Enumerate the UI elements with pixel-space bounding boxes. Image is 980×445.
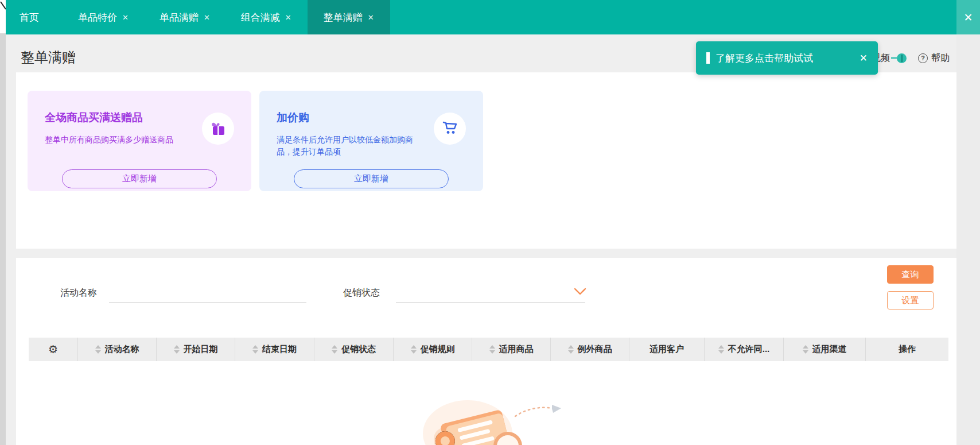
column-actions: 操作 [866,338,948,361]
gear-icon[interactable]: ⚙ [48,344,58,355]
tab-close-icon[interactable]: ✕ [122,14,129,21]
add-now-button[interactable]: 立即新增 [62,169,217,188]
sort-icon[interactable] [489,345,495,354]
window-edge [0,0,6,445]
settings-button[interactable]: 设置 [887,291,934,309]
column-activity-name[interactable]: 活动名称 [78,338,157,361]
banner-accent-bar [706,52,710,64]
gift-icon [202,113,234,145]
promo-panel: 全场商品买满送赠品 整单中所有商品购买满多少赠送商品 立即新增 加价购 满足条件… [16,72,956,249]
topbar-right-rail: ✕ [956,0,980,34]
tab-label: 单品特价 [78,11,117,24]
empty-state-illustration [402,393,574,445]
sort-icon[interactable] [568,345,574,354]
right-scroll-rail[interactable] [956,34,980,445]
column-not-allowed-with[interactable]: 不允许同... [705,338,784,361]
banner-text: 了解更多点击帮助试试 [715,52,813,65]
promo-card-full-order-gift: 全场商品买满送赠品 整单中所有商品购买满多少赠送商品 立即新增 [28,91,251,191]
tab-label: 单品满赠 [160,11,199,24]
column-excluded-products[interactable]: 例外商品 [551,338,629,361]
sort-icon[interactable] [332,345,337,354]
promo-card-add-on-purchase: 加价购 满足条件后允许用户以较低金额加购商品，提升订单品项 立即新增 [259,91,483,191]
column-promo-rule[interactable]: 促销规则 [394,338,472,361]
promo-status-select[interactable] [396,285,585,303]
sort-icon[interactable] [252,345,258,354]
cart-icon [434,113,466,145]
help-label: 帮助 [931,52,950,64]
activity-name-input[interactable] [109,285,306,303]
sort-icon[interactable] [174,345,180,354]
column-applicable-channels[interactable]: 适用渠道 [784,338,866,361]
add-now-button[interactable]: 立即新增 [294,169,449,188]
help-banner: 了解更多点击帮助试试 ✕ [696,41,878,75]
column-applicable-customers[interactable]: 适用客户 [629,338,705,361]
question-icon: ? [918,53,928,63]
page-title: 整单满赠 [21,48,76,67]
search-button[interactable]: 查询 [887,265,934,284]
banner-close-icon[interactable]: ✕ [860,53,868,63]
table-header: ⚙ 活动名称 开始日期 结束日期 促销状态 促销规则 [29,338,948,361]
tab-combo-discount[interactable]: 组合满减 ✕ [230,0,303,34]
activity-list-panel: 活动名称 促销状态 查询 设置 ⚙ 活动名称 开始日期 结束日期 [16,258,956,445]
sort-icon[interactable] [803,345,808,354]
cursor-artifact-icon [0,0,6,33]
tab-close-icon[interactable]: ✕ [204,14,210,21]
close-icon[interactable]: ✕ [964,12,973,23]
sort-icon[interactable] [95,345,101,354]
tab-label: 组合满减 [241,11,280,24]
column-end-date[interactable]: 结束日期 [235,338,314,361]
tab-single-item-special[interactable]: 单品特价 ✕ [67,0,140,34]
quick-links: 视频 ? 帮助 [872,52,950,64]
tab-label: 首页 [20,11,39,24]
video-toggle-icon[interactable] [891,53,907,63]
sort-icon[interactable] [411,345,417,354]
window-edge-top [0,0,6,33]
tab-close-icon[interactable]: ✕ [368,14,374,21]
tab-close-icon[interactable]: ✕ [285,14,291,21]
activity-name-label: 活动名称 [60,287,97,299]
promo-card-description: 满足条件后允许用户以较低金额加购商品，提升订单品项 [277,134,421,158]
column-applicable-products[interactable]: 适用商品 [472,338,551,361]
top-tab-bar: 首页 单品特价 ✕ 单品满赠 ✕ 组合满减 ✕ 整单满赠 ✕ [6,0,956,34]
app-window: 首页 单品特价 ✕ 单品满赠 ✕ 组合满减 ✕ 整单满赠 ✕ ✕ 整单满赠 视频 [0,0,980,445]
tab-label: 整单满赠 [324,11,363,24]
promo-status-label: 促销状态 [343,287,380,299]
promo-card-description: 整单中所有商品购买满多少赠送商品 [45,134,189,146]
column-settings: ⚙ [29,338,78,361]
column-promo-status[interactable]: 促销状态 [314,338,394,361]
chevron-down-icon[interactable] [574,288,586,295]
tab-whole-order-gift[interactable]: 整单满赠 ✕ [308,0,390,34]
sort-icon[interactable] [718,345,724,354]
tab-home[interactable]: 首页 [8,0,50,34]
tab-single-item-gift[interactable]: 单品满赠 ✕ [148,0,221,34]
help-link[interactable]: ? 帮助 [918,52,950,64]
column-start-date[interactable]: 开始日期 [157,338,235,361]
